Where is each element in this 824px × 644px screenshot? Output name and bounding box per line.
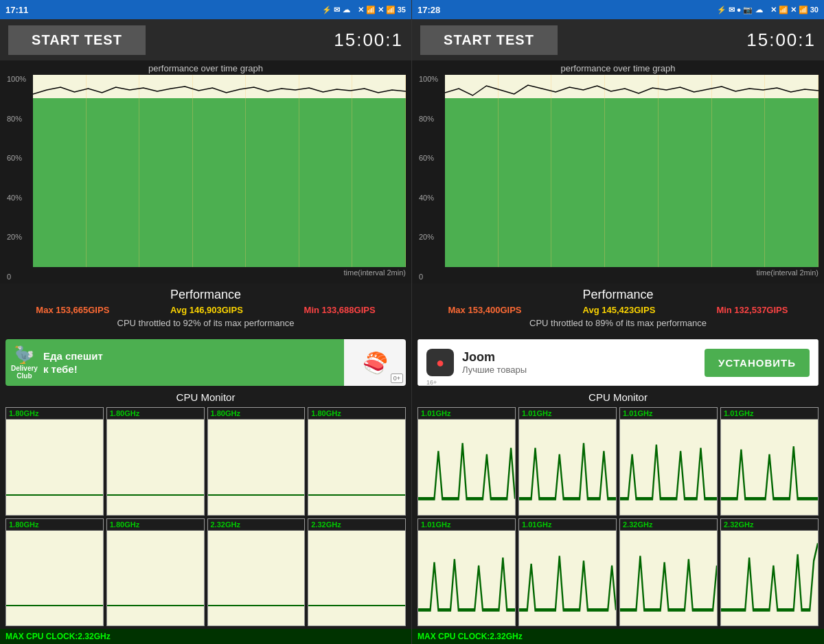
right-time: 17:28: [417, 5, 440, 15]
right-joom-logo-wrap: ● 16+: [426, 349, 454, 376]
left-start-test-button[interactable]: START TEST: [8, 25, 146, 55]
left-cpu-graph-3: [308, 419, 405, 515]
left-cpu-cell-5: 1.80GHz: [106, 518, 205, 627]
right-bottom-status: MAX CPU CLOCK:2.32GHz: [412, 629, 824, 644]
left-cpu-freq-0: 1.80GHz: [6, 408, 103, 419]
right-performance-section: Performance Max 153,400GIPS Avg 145,423G…: [412, 284, 824, 336]
right-cpu-graph-5: [519, 531, 616, 626]
right-install-button[interactable]: УСТАНОВИТЬ: [705, 349, 810, 377]
left-cpu-freq-2: 1.80GHz: [208, 408, 305, 419]
left-cpu-monitor: CPU Monitor 1.80GHz 1.80GHz 1.80GHz: [0, 389, 411, 629]
right-perf-avg: Avg 145,423GIPS: [583, 305, 656, 315]
left-performance-section: Performance Max 153,665GIPS Avg 146,903G…: [0, 284, 411, 336]
joom-logo-icon: ●: [426, 349, 454, 376]
right-cpu-graph-7: [721, 531, 818, 626]
right-joom-desc: Лучшие товары: [462, 365, 696, 375]
right-cpu-cell-4: 1.01GHz: [417, 518, 516, 627]
left-panel: 17:11 ⚡ ✉ ☁ ✕ 📶 ✕ 📶 35 START TEST 15:00:…: [0, 0, 412, 644]
left-cpu-title: CPU Monitor: [5, 391, 406, 403]
right-cpu-cell-0: 1.01GHz: [417, 407, 516, 516]
left-time-label: time(interval 2min): [33, 268, 406, 277]
right-cpu-monitor: CPU Monitor 1.01GHz 1.01GHz: [412, 389, 824, 629]
left-perf-min: Min 133,688GIPS: [304, 305, 376, 315]
left-status-icons: ⚡ ✉ ☁ ✕ 📶 ✕ 📶 35: [322, 5, 406, 14]
left-ad-logo: 🦤 Delivery Club: [11, 345, 38, 380]
left-perf-line: [33, 75, 406, 267]
left-cpu-freq-3: 1.80GHz: [308, 408, 405, 419]
left-cpu-cell-7: 2.32GHz: [308, 518, 406, 627]
left-bottom-status: MAX CPU CLOCK:2.32GHz: [0, 629, 411, 644]
left-cpu-graph-7: [308, 531, 405, 626]
right-graph-section: performance over time graph 100% 80% 60%…: [412, 60, 824, 284]
left-status-bar: 17:11 ⚡ ✉ ☁ ✕ 📶 ✕ 📶 35: [0, 0, 411, 19]
right-cpu-title: CPU Monitor: [417, 391, 819, 403]
right-timer: 15:00:1: [746, 30, 816, 51]
left-cpu-graph-0: [6, 419, 103, 515]
right-cpu-cell-7: 2.32GHz: [720, 518, 819, 627]
left-ad-banner[interactable]: 🦤 Delivery Club Еда спешит к тебе! 🍣 0+: [5, 339, 406, 386]
left-ad-delivery[interactable]: 🦤 Delivery Club Еда спешит к тебе!: [5, 339, 344, 386]
right-cpu-cell-3: 1.01GHz: [720, 407, 819, 516]
right-ad-joom[interactable]: ● 16+ Joom Лучшие товары УСТАНОВИТЬ: [417, 339, 819, 386]
right-cpu-freq-7: 2.32GHz: [721, 519, 818, 531]
left-perf-avg: Avg 146,903GIPS: [170, 305, 243, 315]
left-cpu-freq-4: 1.80GHz: [6, 519, 103, 531]
right-perf-stats: Max 153,400GIPS Avg 145,423GIPS Min 132,…: [417, 305, 819, 315]
left-y-labels: 100% 80% 60% 40% 20% 0: [7, 75, 26, 281]
left-cpu-graph-2: [208, 419, 305, 515]
left-graph-title: performance over time graph: [5, 63, 406, 73]
right-joom-name: Joom: [462, 350, 696, 365]
right-cpu-freq-2: 1.01GHz: [620, 408, 717, 419]
right-start-test-button[interactable]: START TEST: [420, 25, 558, 55]
right-perf-title: Performance: [417, 288, 819, 302]
right-cpu-freq-0: 1.01GHz: [418, 408, 515, 419]
left-cpu-cell-4: 1.80GHz: [5, 518, 104, 627]
left-controls-bar: START TEST 15:00:1: [0, 19, 411, 60]
left-cpu-freq-5: 1.80GHz: [107, 519, 204, 531]
left-cpu-graph-1: [107, 419, 204, 515]
right-perf-min: Min 132,537GIPS: [716, 305, 788, 315]
right-cpu-cell-2: 1.01GHz: [619, 407, 718, 516]
left-age-badge: 0+: [391, 373, 403, 383]
right-cpu-graph-4: [418, 531, 515, 626]
right-graph-wrapper: 100% 80% 60% 40% 20% 0: [445, 75, 819, 281]
left-ad-sushi[interactable]: 🍣 0+: [344, 339, 406, 386]
left-perf-throttle: CPU throttled to 92% of its max performa…: [5, 318, 406, 328]
right-cpu-graph-1: [519, 419, 616, 515]
left-perf-title: Performance: [5, 288, 406, 302]
right-graph-title: performance over time graph: [417, 63, 819, 73]
right-perf-line: [445, 75, 819, 267]
right-cpu-freq-1: 1.01GHz: [519, 408, 616, 419]
right-status-icons: ⚡ ✉ ● 📷 ☁ ✕ 📶 ✕ 📶 30: [717, 5, 819, 14]
right-cpu-graph-0: [418, 419, 515, 515]
right-controls-bar: START TEST 15:00:1: [412, 19, 824, 60]
right-cpu-freq-5: 1.01GHz: [519, 519, 616, 531]
left-cpu-graph-4: [6, 531, 103, 626]
left-cpu-cell-3: 1.80GHz: [308, 407, 406, 516]
right-graph-canvas: [445, 75, 819, 267]
left-graph-canvas: [33, 75, 406, 267]
left-perf-stats: Max 153,665GIPS Avg 146,903GIPS Min 133,…: [5, 305, 406, 315]
left-cpu-grid: 1.80GHz 1.80GHz 1.80GHz 1.80GHz: [5, 407, 406, 626]
right-cpu-freq-4: 1.01GHz: [418, 519, 515, 531]
right-cpu-cell-1: 1.01GHz: [518, 407, 617, 516]
left-cpu-freq-6: 2.32GHz: [208, 519, 305, 531]
right-time-label: time(interval 2min): [445, 268, 819, 277]
ostrich-icon: 🦤: [14, 345, 34, 365]
left-cpu-freq-7: 2.32GHz: [308, 519, 405, 531]
left-graph-section: performance over time graph 100% 80% 60%…: [0, 60, 411, 284]
right-cpu-cell-5: 1.01GHz: [518, 518, 617, 627]
left-cpu-cell-6: 2.32GHz: [207, 518, 306, 627]
right-cpu-freq-6: 2.32GHz: [620, 519, 717, 531]
right-cpu-grid: 1.01GHz 1.01GHz 1.01GHz: [417, 407, 819, 626]
left-ad-text: Еда спешит к тебе!: [43, 349, 103, 376]
right-cpu-graph-2: [620, 419, 717, 515]
left-cpu-cell-2: 1.80GHz: [207, 407, 306, 516]
right-ad-banner[interactable]: ● 16+ Joom Лучшие товары УСТАНОВИТЬ: [417, 339, 819, 386]
left-time: 17:11: [5, 5, 28, 15]
right-y-labels: 100% 80% 60% 40% 20% 0: [419, 75, 438, 281]
right-cpu-freq-3: 1.01GHz: [721, 408, 818, 419]
right-status-bar: 17:28 ⚡ ✉ ● 📷 ☁ ✕ 📶 ✕ 📶 30: [412, 0, 824, 19]
left-cpu-freq-1: 1.80GHz: [107, 408, 204, 419]
left-timer: 15:00:1: [334, 30, 403, 51]
